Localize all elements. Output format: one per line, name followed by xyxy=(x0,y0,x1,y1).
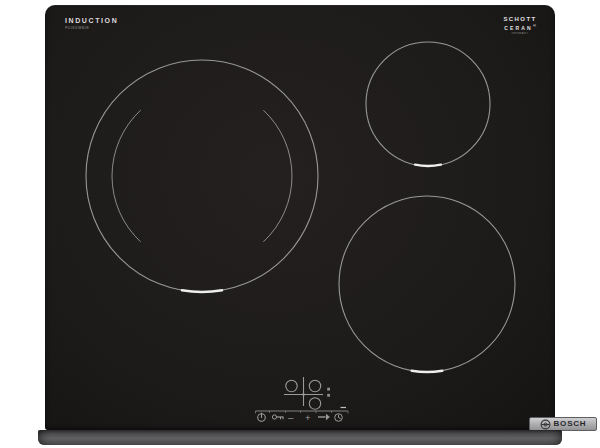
zone-notch xyxy=(182,290,222,292)
display-colon-dots xyxy=(327,388,330,397)
zone-bottom-right xyxy=(339,196,515,372)
zone-left-large xyxy=(86,60,318,292)
zone-map-icon xyxy=(284,377,323,409)
control-strip xyxy=(256,411,349,414)
boost-icon xyxy=(318,414,330,420)
product-image: INDUCTION PUJ631BB2E SCHOTT CERAN® GERMA… xyxy=(0,0,600,448)
zone-notch xyxy=(415,165,441,166)
power-icon xyxy=(258,413,266,422)
child-lock-key-icon xyxy=(272,415,283,419)
minus-key: – xyxy=(288,412,294,423)
zone-top-right xyxy=(366,42,490,166)
timer-clock-icon xyxy=(335,414,343,422)
front-trim xyxy=(38,430,562,445)
cooking-zones-graphics: – + xyxy=(0,0,600,448)
zone-notch xyxy=(412,371,443,372)
plus-key: + xyxy=(305,412,311,423)
